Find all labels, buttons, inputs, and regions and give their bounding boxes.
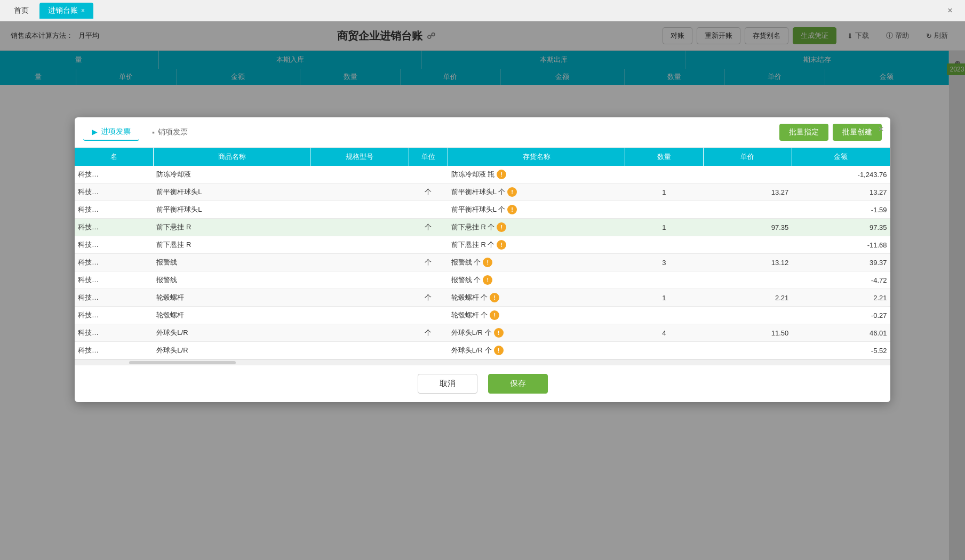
cell-stock: 报警线 个! — [448, 254, 625, 271]
table-row: 科技…前平衡杆球头L前平衡杆球头L 个!-1.59 — [75, 201, 890, 219]
table-row: 科技…防冻冷却液防冻冷却液 瓶!-1,243.76 — [75, 166, 890, 183]
cell-spec — [310, 289, 409, 307]
cell-amount: 39.37 — [792, 254, 890, 271]
cell-amount: -5.52 — [792, 342, 890, 359]
warning-icon: ! — [490, 293, 499, 302]
warning-icon: ! — [490, 310, 499, 320]
warning-icon: ! — [483, 275, 492, 285]
cell-unit: 个 — [409, 219, 448, 236]
cell-name: 科技… — [75, 201, 153, 219]
th-price: 单价 — [704, 148, 792, 166]
cell-unit: 个 — [409, 324, 448, 342]
table-row: 科技…报警线个报警线 个!313.1239.37 — [75, 254, 890, 271]
cell-amount: -11.68 — [792, 236, 890, 254]
cell-qty: 1 — [625, 219, 703, 236]
cell-stock: 外球头L/R 个! — [448, 324, 625, 342]
invoice-modal: ▶ 进项发票 ▪ 销项发票 批量指定 批量创建 × 名 商品名称 规格型号 — [75, 117, 890, 402]
incoming-icon: ▶ — [92, 127, 98, 136]
cell-unit: 个 — [409, 289, 448, 307]
cell-stock: 轮毂螺杆 个! — [448, 289, 625, 307]
table-row: 科技…外球头L/R个外球头L/R 个!411.5046.01 — [75, 324, 890, 342]
cell-goods: 前下悬挂 R — [153, 236, 310, 254]
cell-spec — [310, 201, 409, 219]
cell-unit — [409, 271, 448, 289]
cell-spec — [310, 183, 409, 201]
tab-outgoing-invoice[interactable]: ▪ 销项发票 — [143, 124, 196, 140]
batch-create-button[interactable]: 批量创建 — [833, 124, 882, 141]
cell-price — [704, 307, 792, 324]
cell-name: 科技… — [75, 183, 153, 201]
cell-qty — [625, 236, 703, 254]
window-close-button[interactable]: × — [940, 1, 960, 20]
tab-home[interactable]: 首页 — [5, 3, 37, 19]
app-area: 销售成本计算方法： 月平均 商贸企业进销台账 ☍ 对账 重新开账 存货别名 生成… — [0, 21, 965, 560]
cell-price: 13.12 — [704, 254, 792, 271]
warning-icon: ! — [507, 205, 517, 214]
modal-action-buttons: 批量指定 批量创建 — [779, 124, 882, 141]
warning-icon: ! — [494, 346, 504, 355]
cell-stock: 前下悬挂 R 个! — [448, 219, 625, 236]
modal-table-wrapper[interactable]: 名 商品名称 规格型号 单位 存货名称 数量 单价 金额 科技…防冻冷却液防冻冷… — [75, 148, 890, 359]
cell-unit — [409, 307, 448, 324]
th-name: 名 — [75, 148, 153, 166]
th-unit: 单位 — [409, 148, 448, 166]
tab-incoming-invoice[interactable]: ▶ 进项发票 — [83, 124, 139, 141]
th-spec: 规格型号 — [310, 148, 409, 166]
cell-price: 2.21 — [704, 289, 792, 307]
cell-unit — [409, 166, 448, 183]
cell-name: 科技… — [75, 307, 153, 324]
cell-amount: 2.21 — [792, 289, 890, 307]
tab-close-icon[interactable]: × — [81, 7, 85, 14]
cell-unit — [409, 342, 448, 359]
save-button[interactable]: 保存 — [488, 374, 548, 394]
cell-unit — [409, 236, 448, 254]
th-amount: 金额 — [792, 148, 890, 166]
cell-goods: 前平衡杆球头L — [153, 201, 310, 219]
modal-header: ▶ 进项发票 ▪ 销项发票 批量指定 批量创建 × — [75, 117, 890, 148]
cell-qty — [625, 166, 703, 183]
cell-amount: -4.72 — [792, 271, 890, 289]
cell-stock: 前平衡杆球头L 个! — [448, 201, 625, 219]
cell-price: 97.35 — [704, 219, 792, 236]
warning-icon: ! — [497, 240, 506, 250]
cell-qty: 4 — [625, 324, 703, 342]
cell-amount: 46.01 — [792, 324, 890, 342]
cell-qty — [625, 307, 703, 324]
cell-stock: 外球头L/R 个! — [448, 342, 625, 359]
cell-price — [704, 271, 792, 289]
cell-amount: -1,243.76 — [792, 166, 890, 183]
cell-goods: 防冻冷却液 — [153, 166, 310, 183]
cell-price: 11.50 — [704, 324, 792, 342]
horizontal-scrollbar[interactable] — [75, 359, 890, 365]
cell-goods: 前下悬挂 R — [153, 219, 310, 236]
cell-goods: 外球头L/R — [153, 342, 310, 359]
cell-amount: -1.59 — [792, 201, 890, 219]
batch-assign-button[interactable]: 批量指定 — [779, 124, 828, 141]
tab-ledger[interactable]: 进销台账 × — [39, 3, 93, 19]
warning-icon: ! — [494, 328, 504, 338]
modal-close-button[interactable]: × — [878, 124, 884, 135]
cell-amount: 13.27 — [792, 183, 890, 201]
tab-bar: 首页 进销台账 × × — [0, 0, 965, 21]
cell-unit: 个 — [409, 183, 448, 201]
table-row: 科技…外球头L/R外球头L/R 个!-5.52 — [75, 342, 890, 359]
invoice-table: 名 商品名称 规格型号 单位 存货名称 数量 单价 金额 科技…防冻冷却液防冻冷… — [75, 148, 890, 359]
cell-name: 科技… — [75, 324, 153, 342]
cell-stock: 报警线 个! — [448, 271, 625, 289]
cell-amount: 97.35 — [792, 219, 890, 236]
outgoing-icon: ▪ — [152, 128, 155, 137]
cell-spec — [310, 271, 409, 289]
cancel-button[interactable]: 取消 — [418, 374, 477, 394]
cell-name: 科技… — [75, 342, 153, 359]
cell-name: 科技… — [75, 254, 153, 271]
cell-spec — [310, 307, 409, 324]
cell-spec — [310, 236, 409, 254]
cell-qty — [625, 201, 703, 219]
cell-name: 科技… — [75, 166, 153, 183]
cell-spec — [310, 219, 409, 236]
warning-icon: ! — [483, 258, 492, 267]
cell-qty: 1 — [625, 289, 703, 307]
cell-stock: 防冻冷却液 瓶! — [448, 166, 625, 183]
table-row: 科技…前平衡杆球头L个前平衡杆球头L 个!113.2713.27 — [75, 183, 890, 201]
cell-stock: 前下悬挂 R 个! — [448, 236, 625, 254]
